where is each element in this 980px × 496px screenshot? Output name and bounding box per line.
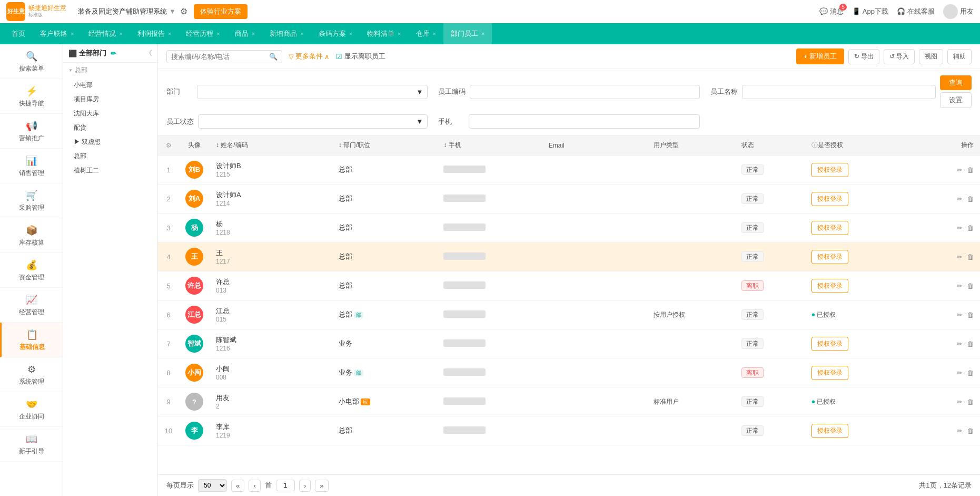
authorize-btn[interactable]: 授权登录 bbox=[811, 221, 848, 235]
dept-node-zongbu[interactable]: 总部 bbox=[63, 149, 157, 163]
tab-close-icon[interactable]: × bbox=[119, 31, 122, 37]
sidebar-item-营销推广[interactable]: 📢营销推广 bbox=[0, 114, 63, 149]
add-employee-btn[interactable]: + 新增员工 bbox=[796, 48, 844, 64]
row-auth[interactable]: 授权登录 bbox=[805, 242, 910, 271]
sidebar-item-基础信息[interactable]: 📋基础信息 bbox=[0, 323, 63, 357]
app-download-btn[interactable]: 📱 App下载 bbox=[852, 7, 888, 16]
sidebar-item-系统管理[interactable]: ⚙系统管理 bbox=[0, 357, 63, 392]
nav-tab-新增商品[interactable]: 新增商品× bbox=[262, 23, 311, 44]
row-auth[interactable]: 授权登录 bbox=[805, 155, 910, 184]
edit-icon[interactable]: ✏ bbox=[957, 369, 963, 377]
sidebar-item-快捷导航[interactable]: ⚡快捷导航 bbox=[0, 79, 63, 114]
title-arrow-icon[interactable]: ▼ bbox=[169, 7, 176, 15]
th-phone[interactable]: ↕ 手机 bbox=[437, 135, 542, 155]
edit-icon[interactable]: ✏ bbox=[957, 340, 963, 348]
delete-icon[interactable]: 🗑 bbox=[967, 398, 974, 406]
dept-node-xiangmukufang[interactable]: 项目库房 bbox=[63, 92, 157, 106]
row-auth[interactable]: ●已授权 bbox=[805, 300, 910, 329]
row-auth[interactable]: 授权登录 bbox=[805, 184, 910, 213]
authorize-btn[interactable]: 授权登录 bbox=[811, 366, 848, 380]
more-filter-btn[interactable]: ▽ 更多条件 ∧ bbox=[289, 52, 330, 61]
tab-close-icon[interactable]: × bbox=[71, 31, 74, 37]
online-service-btn[interactable]: 🎧 在线客服 bbox=[897, 7, 935, 16]
import-btn[interactable]: ↺ 导入 bbox=[884, 49, 915, 64]
edit-icon[interactable]: ✏ bbox=[957, 282, 963, 290]
reset-btn[interactable]: 设置 bbox=[940, 92, 972, 108]
edit-icon[interactable]: ✏ bbox=[957, 195, 963, 203]
nav-tab-首页[interactable]: 首页 bbox=[4, 23, 33, 44]
prev-page-btn[interactable]: ‹ bbox=[249, 480, 260, 492]
search-input[interactable] bbox=[171, 53, 269, 61]
show-resigned-toggle[interactable]: ☑ 显示离职员工 bbox=[336, 52, 385, 61]
row-auth[interactable]: 授权登录 bbox=[805, 329, 910, 358]
authorize-btn[interactable]: 授权登录 bbox=[811, 192, 848, 206]
sidebar-item-销售管理[interactable]: 📊销售管理 bbox=[0, 149, 63, 183]
delete-icon[interactable]: 🗑 bbox=[967, 282, 974, 290]
info-icon[interactable]: ⓘ bbox=[811, 141, 818, 149]
row-auth[interactable]: 授权登录 bbox=[805, 416, 910, 445]
delete-icon[interactable]: 🗑 bbox=[967, 369, 974, 377]
row-name[interactable]: 陈智斌1216 bbox=[210, 329, 332, 358]
search-input-wrap[interactable]: 🔍 bbox=[166, 50, 282, 63]
tab-close-icon[interactable]: × bbox=[433, 31, 436, 37]
aux-btn[interactable]: 辅助 bbox=[947, 49, 972, 64]
dept-node-shuangxuxiang[interactable]: ▶ 双虚想 bbox=[63, 135, 157, 149]
delete-icon[interactable]: 🗑 bbox=[967, 340, 974, 348]
first-page-btn[interactable]: « bbox=[231, 480, 244, 492]
row-name[interactable]: 小闽008 bbox=[210, 358, 332, 387]
th-settings[interactable]: ⚙ bbox=[158, 135, 179, 155]
emp-code-input[interactable] bbox=[470, 85, 699, 99]
tab-close-icon[interactable]: × bbox=[398, 31, 401, 37]
row-name[interactable]: 王1217 bbox=[210, 242, 332, 271]
delete-icon[interactable]: 🗑 bbox=[967, 253, 974, 261]
edit-icon[interactable]: ✏ bbox=[957, 224, 963, 232]
tab-close-icon[interactable]: × bbox=[252, 31, 255, 37]
emp-status-select[interactable]: ▼ bbox=[198, 114, 428, 129]
delete-icon[interactable]: 🗑 bbox=[967, 311, 974, 319]
nav-tab-商品[interactable]: 商品× bbox=[227, 23, 262, 44]
tab-close-icon[interactable]: × bbox=[168, 31, 171, 37]
emp-name-input[interactable] bbox=[742, 85, 936, 99]
sidebar-item-经营管理[interactable]: 📈经营管理 bbox=[0, 288, 63, 323]
delete-icon[interactable]: 🗑 bbox=[967, 195, 974, 203]
dept-node-shenyangdaku[interactable]: 沈阳大库 bbox=[63, 106, 157, 121]
phone-input[interactable] bbox=[469, 114, 699, 129]
dept-edit-icon[interactable]: ✏ bbox=[111, 50, 116, 57]
all-dept-btn[interactable]: ⬛ 全部部门 ✏ bbox=[68, 48, 116, 58]
row-name[interactable]: 设计师B1215 bbox=[210, 155, 332, 184]
authorize-btn[interactable]: 授权登录 bbox=[811, 337, 848, 351]
user-menu-btn[interactable]: 用友 bbox=[943, 4, 974, 19]
th-name[interactable]: ↕ 姓名/编码 bbox=[210, 135, 332, 155]
nav-tab-利润报告[interactable]: 利润报告× bbox=[130, 23, 179, 44]
nav-tab-经营情况[interactable]: 经营情况× bbox=[81, 23, 130, 44]
row-name[interactable]: 江总015 bbox=[210, 300, 332, 329]
nav-tab-仓库[interactable]: 仓库× bbox=[409, 23, 443, 44]
edit-icon[interactable]: ✏ bbox=[957, 166, 963, 174]
dept-section-title[interactable]: ▼ 总部 bbox=[63, 63, 157, 78]
dept-node-zhishu[interactable]: 植树王二 bbox=[63, 163, 157, 178]
row-name[interactable]: 李库1219 bbox=[210, 416, 332, 445]
tab-close-icon[interactable]: × bbox=[300, 31, 303, 37]
tab-close-icon[interactable]: × bbox=[349, 31, 352, 37]
row-name[interactable]: 杨1218 bbox=[210, 213, 332, 242]
row-auth[interactable]: 授权登录 bbox=[805, 271, 910, 300]
row-name[interactable]: 设计师A1214 bbox=[210, 184, 332, 213]
edit-icon[interactable]: ✏ bbox=[957, 253, 963, 261]
dept-filter-select[interactable]: ▼ bbox=[197, 85, 428, 99]
nav-tab-客户联络[interactable]: 客户联络× bbox=[33, 23, 81, 44]
query-btn[interactable]: 查询 bbox=[940, 75, 972, 90]
sidebar-item-新手引导[interactable]: 📖新手引导 bbox=[0, 427, 63, 462]
tab-close-icon[interactable]: × bbox=[481, 31, 484, 37]
authorize-btn[interactable]: 授权登录 bbox=[811, 163, 848, 177]
nav-tab-经营历程[interactable]: 经营历程× bbox=[179, 23, 227, 44]
dept-collapse-btn[interactable]: 《 bbox=[145, 48, 152, 58]
nav-tab-部门员工[interactable]: 部门员工× bbox=[443, 23, 492, 44]
dept-node-xiaodianbu[interactable]: 小电部 bbox=[63, 78, 157, 92]
tab-close-icon[interactable]: × bbox=[216, 31, 220, 37]
delete-icon[interactable]: 🗑 bbox=[967, 427, 974, 435]
nav-tab-条码方案[interactable]: 条码方案× bbox=[311, 23, 360, 44]
sidebar-item-库存核算[interactable]: 📦库存核算 bbox=[0, 218, 63, 253]
page-input[interactable] bbox=[276, 480, 295, 491]
sidebar-item-采购管理[interactable]: 🛒采购管理 bbox=[0, 183, 63, 218]
delete-icon[interactable]: 🗑 bbox=[967, 224, 974, 232]
